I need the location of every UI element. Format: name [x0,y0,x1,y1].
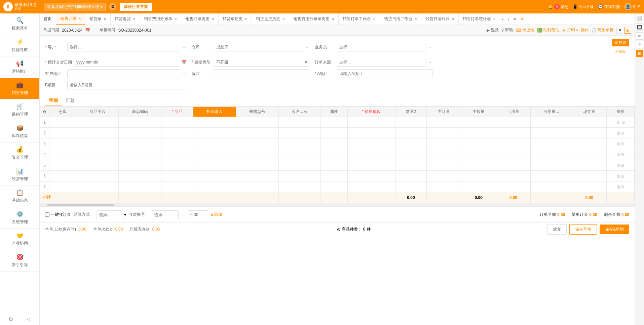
shortcut-button[interactable]: ⌨ 快捷键 [516,27,534,34]
row-2-delete-icon[interactable]: 🗑 [617,131,621,135]
sidebar-item-sales[interactable]: 💼 销售管理 [0,78,39,99]
row-1-quantity2[interactable] [395,117,426,128]
settings-icon[interactable]: ⚙ [109,3,116,10]
row-1-customer-code[interactable] [278,117,320,128]
tab-sales-fee-split[interactable]: 销售费用分摊单 ✕ [140,13,181,25]
system-selector[interactable]: 装备及固定资产辅助管理系统 ▾ [44,3,106,11]
tab-detail[interactable]: 明细 [45,95,62,106]
row-1-scan[interactable] [193,117,236,128]
product-count-icon[interactable]: ⊙ [337,227,340,232]
tab-close-sales-fee-history[interactable]: ✕ [332,17,334,21]
row-1-delete-icon[interactable]: 🗑 [616,120,620,125]
sidebar-item-basic-info[interactable]: 📋 基础信息 [0,186,39,207]
tab-sales-fee-history[interactable]: 销售费用分摊单历史 ✕ [289,13,339,25]
right-panel-btn-3[interactable]: ✏ [636,32,643,40]
row-1-attribute[interactable] [320,117,347,128]
calendar-icon-2[interactable]: 📅 [181,60,186,65]
tab-sales-order-history[interactable]: 销售订单历史 ✕ [181,13,219,25]
warehouse-more-icon[interactable]: ··· [306,45,309,49]
sidebar-settings-icon[interactable]: ⚙ [8,316,13,322]
row-1-main-qty[interactable] [461,117,496,128]
row-1-product-image[interactable] [76,117,119,128]
receipt-account-input[interactable] [152,210,179,219]
delivery-date-input[interactable] [74,58,179,67]
warehouse-input[interactable] [214,43,303,51]
payment-amount-input[interactable] [188,210,208,219]
operation-button[interactable]: 操作 [581,27,589,34]
sidebar-item-guide[interactable]: 🎯 新手引导 [0,250,39,272]
tab-sales-order-workbench[interactable]: 销售订单工作台 ✕ [339,13,380,25]
sidebar-item-enterprise[interactable]: 🤝 企业协同 [0,229,39,250]
row-1-main-unit[interactable] [426,117,461,128]
tab-next-button[interactable]: › [506,16,512,22]
save-draft-button[interactable]: 保存草稿 [569,224,597,235]
row-2-copy-icon[interactable]: ⊞ [621,131,624,135]
sidebar-item-finance[interactable]: 💰 资金管理 [0,143,39,164]
tab-cash-daily-account[interactable]: 钱货日清对账 ✕ [421,13,459,25]
view-button[interactable]: ▶ 视频 [487,27,499,34]
history-button[interactable]: 🕒 历史单据 [592,27,614,34]
online-support-button[interactable]: 💬 在线客服 [598,4,620,10]
tab-close-sales-refund-history[interactable]: ✕ [282,17,285,21]
sidebar-item-inventory[interactable]: 📦 库存核算 [0,121,39,143]
tab-close-sales-fee-split[interactable]: ✕ [174,17,177,21]
row-3-copy-icon[interactable]: ⊞ [621,141,624,146]
row-1-warehouse[interactable] [49,117,76,128]
order-source-input[interactable] [337,58,426,67]
tab-close-cash-daily-account[interactable]: ✕ [452,17,454,21]
row-3-delete-icon[interactable]: 🗑 [617,141,621,146]
profit-button[interactable]: 💹 毛利预估 [537,27,559,34]
right-panel-btn-5[interactable]: ⊞ [636,50,643,57]
list-view-icon[interactable]: ≡ [616,27,623,34]
right-panel-btn-4[interactable]: ☆ [636,41,643,48]
tab-cash-daily-workbench[interactable]: 钱货日清工作台 ✕ [380,13,421,25]
help-button[interactable]: ? 帮助 [501,27,513,34]
b-project-input[interactable] [67,81,186,89]
address-more-icon[interactable]: ··· [183,71,186,76]
save-new-button[interactable]: 保存&新增 [600,225,629,234]
tab-close-all-button[interactable]: ✕ [518,16,526,22]
grid-view-icon[interactable]: ⊞ [624,27,631,34]
tab-summary[interactable]: 汇总 [62,95,79,106]
tab-sales-refund-history[interactable]: 销货退货历史 ✕ [252,13,289,25]
tab-sales-return-history[interactable]: 销货单历史 ✕ [219,13,252,25]
tab-close-cash-daily-workbench[interactable]: ✕ [414,17,417,21]
row-7-delete-icon[interactable]: 🗑 [617,185,621,189]
customer-address-input[interactable] [67,69,180,78]
message-button[interactable]: 🔔 9 消息 [548,4,569,10]
salesperson-input[interactable] [337,43,426,51]
tab-close-sales-order-workbench[interactable]: ✕ [373,17,376,21]
tab-menu-button[interactable]: ≡ [511,16,518,22]
customer-more-icon[interactable]: ··· [183,45,186,49]
customer-input[interactable] [67,43,180,51]
print-button[interactable]: 🖨 打印 ▾ [562,27,578,34]
sidebar-collapse-icon[interactable]: ◁ [27,316,31,322]
settlement-select[interactable]: ▾ [97,210,126,219]
discard-button[interactable]: 放弃 [547,224,567,235]
row-4-copy-icon[interactable]: ⊞ [621,152,624,157]
tab-close-sales-return-history[interactable]: ✕ [245,17,248,21]
invoice-type-select[interactable]: 不开票 ▾ [214,58,309,67]
row-1-available[interactable] [496,117,531,128]
sidebar-item-purchase[interactable]: 🛒 采购管理 [0,99,39,121]
app-download-button[interactable]: 📱 App下载 [573,4,594,10]
sidebar-item-search[interactable]: 🔍 搜索菜单 [0,13,39,35]
add-payment-button[interactable]: ● 添加 [211,212,222,217]
col-settings[interactable]: ⚙ [40,107,49,117]
a-project-input[interactable] [337,69,432,78]
salesperson-more-icon[interactable]: ··· [429,45,432,49]
tab-sales-return[interactable]: 销货单 ✕ [85,13,111,25]
sidebar-item-marketing[interactable]: 📢 营销推广 [0,56,39,78]
row-1-current-stock[interactable] [572,117,607,128]
row-1-product-code[interactable] [119,117,161,128]
sidebar-item-quick-nav[interactable]: ⚡ 快捷导航 [0,35,39,56]
scrollbar-thumb[interactable] [47,204,114,206]
tab-close-sales-refund[interactable]: ✕ [133,17,136,21]
right-panel-btn-1[interactable]: ⬜ [636,15,643,22]
row-6-copy-icon[interactable]: ⊞ [621,174,624,178]
row-1-spec-type[interactable] [236,117,279,128]
sidebar-item-operations[interactable]: 📊 经营管理 [0,164,39,186]
row-1-copy-icon[interactable]: ⊞ [621,120,625,125]
row-1-available2[interactable] [531,117,572,128]
tab-prev-button[interactable]: ‹ [500,16,506,22]
